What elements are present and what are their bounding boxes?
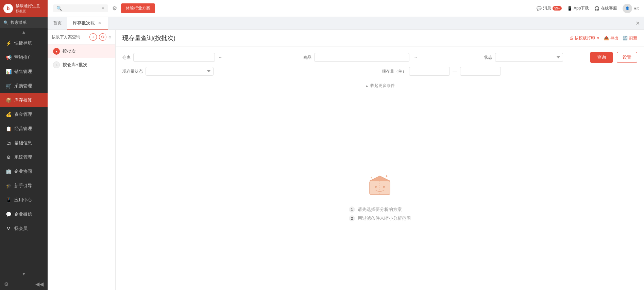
page-content: 按以下方案查询 ＋ ⚙ « ● 按批次 ○ 按仓库+批次 现存量查询(按批次) [48,30,644,290]
settings-btn[interactable]: 设置 [617,52,637,63]
topbar-search-area[interactable]: 🔍 ▼ [53,4,108,12]
warehouse-filter: 仓库 ··· [122,53,299,62]
topbar: 🔍 ▼ ⚙ 体验行业方案 💬 消息 99+ 📱 App下载 🎧 在线客服 👤 R… [48,0,644,17]
svg-text:✦: ✦ [370,176,373,179]
status-select[interactable] [495,53,563,62]
svg-point-3 [383,186,385,188]
sidebar-header: b 畅康通好生意 标准版 [0,0,48,17]
phone-icon: 📱 [567,6,572,11]
sidebar-item-label: 经营管理 [14,126,32,132]
app-version: 标准版 [16,9,40,14]
wechat-icon: 💬 [5,212,12,217]
goods-more-btn[interactable]: ··· [412,55,418,60]
topbar-actions: 💬 消息 99+ 📱 App下载 🎧 在线客服 👤 Rit [537,4,639,13]
messages-action[interactable]: 💬 消息 99+ [537,5,562,11]
system-icon: ⚙ [5,155,12,160]
stock-qty-min-input[interactable] [409,67,450,76]
warehouse-label: 仓库 [122,55,131,60]
plan-batch-label: 按批次 [63,48,76,54]
tab-bar: 首页 库存批次账 ✕ ✕ [48,17,644,30]
sidebar-item-label: 快捷导航 [14,40,32,46]
svg-text:✦: ✦ [385,174,388,179]
page-header: 现存量查询(按批次) 🖨 按模板打印 ▼ 📤 导出 🔄 刷新 [116,30,644,47]
sidebar-item-sales[interactable]: 📊 销售管理 [0,65,48,79]
plan-item-batch[interactable]: ● 按批次 [48,44,115,58]
print-dropdown-icon[interactable]: ▼ [596,36,600,40]
online-service-action[interactable]: 🎧 在线客服 [594,5,617,11]
left-panel-actions: ＋ ⚙ « [89,33,111,41]
goods-input[interactable] [314,53,409,62]
query-btn[interactable]: 查询 [590,52,613,63]
sidebar-item-operation[interactable]: 📋 经营管理 [0,122,48,136]
filter-row-1: 仓库 ··· 商品 ··· 状态 查询 [122,52,637,63]
stock-status-label: 现存量状态 [122,69,143,74]
sidebar-item-basic[interactable]: 🗂 基础信息 [0,136,48,150]
right-area: 现存量查询(按批次) 🖨 按模板打印 ▼ 📤 导出 🔄 刷新 [116,30,644,290]
page-title: 现存量查询(按批次) [122,34,175,42]
refresh-label: 刷新 [629,35,637,41]
shortcut-icon: ⚡ [5,40,12,46]
settings-icon[interactable]: ⚙ [4,281,9,287]
settings-plan-btn[interactable]: ⚙ [99,33,106,41]
app-download-label: App下载 [574,5,589,11]
goods-filter: 商品 ··· [303,53,480,62]
marketing-icon: 📢 [5,55,12,60]
left-panel-title: 按以下方案查询 [52,34,80,40]
app-download-action[interactable]: 📱 App下载 [567,5,589,11]
export-btn[interactable]: 📤 导出 [604,35,618,41]
filter-area: 仓库 ··· 商品 ··· 状态 查询 [116,47,644,97]
scroll-down-btn[interactable]: ▼ [0,270,48,278]
sidebar-item-system[interactable]: ⚙ 系统管理 [0,150,48,164]
sidebar-item-label: 应用中心 [14,197,32,203]
stock-qty-max-input[interactable] [460,67,501,76]
hint-text-1: 请先选择要分析的方案 [358,206,402,213]
operation-icon: 📋 [5,126,12,131]
sidebar-item-newbie[interactable]: 🎓 新手引导 [0,179,48,193]
sidebar-item-marketing[interactable]: 📢 营销推广 [0,50,48,65]
collapse-filters-btn[interactable]: ▲ 收起更多条件 [122,80,637,91]
tab-home[interactable]: 首页 [48,17,67,30]
stock-qty-filter: 现存量（主） — [382,67,637,76]
settings-gear-icon[interactable]: ⚙ [112,5,117,12]
tab-bar-close-btn[interactable]: ✕ [631,19,644,28]
sidebar-item-label: 畅会员 [14,225,28,232]
online-service-label: 在线客服 [601,5,617,11]
plan-warehouse-batch-label: 按仓库+批次 [63,62,87,68]
sidebar-item-purchase[interactable]: 🛒 采购管理 [0,79,48,93]
tab-close-icon[interactable]: ✕ [97,20,102,26]
tab-inventory-batch[interactable]: 库存批次账 ✕ [67,17,108,30]
empty-svg-illustration: ✦ ✦ [363,166,397,200]
plan-item-warehouse-batch[interactable]: ○ 按仓库+批次 [48,58,115,72]
warehouse-more-btn[interactable]: ··· [218,55,224,60]
search-label: 搜索菜单 [11,20,27,25]
plan-inactive-icon: ○ [53,61,60,68]
hint-number-1: 1 [349,206,355,213]
collapse-left-panel-btn[interactable]: « [108,34,111,40]
print-btn[interactable]: 🖨 按模板打印 ▼ [569,35,600,41]
dropdown-icon[interactable]: ▼ [101,6,105,10]
sidebar-item-inventory[interactable]: 📦 库存核算 [0,93,48,107]
stock-status-select[interactable] [146,67,214,76]
plan-active-icon: ● [53,48,60,55]
sidebar-item-shortcut[interactable]: ⚡ 快捷导航 [0,36,48,50]
sidebar-item-label: 销售管理 [14,69,32,75]
experience-btn[interactable]: 体验行业方案 [121,3,155,13]
add-plan-btn[interactable]: ＋ [89,33,97,41]
sidebar-item-label: 系统管理 [14,154,32,160]
user-profile[interactable]: 👤 Rit [623,4,639,13]
sidebar-search[interactable]: 🔍 搜索菜单 [0,17,48,28]
purchase-icon: 🛒 [5,83,12,89]
messages-label: 消息 [543,5,551,11]
sidebar-item-finance[interactable]: 💰 资金管理 [0,107,48,122]
sidebar-item-appstore[interactable]: 📱 应用中心 [0,193,48,207]
scroll-up-btn[interactable]: ▲ [0,28,48,36]
search-icon: 🔍 [56,6,62,11]
refresh-btn[interactable]: 🔄 刷新 [623,35,637,41]
collapse-sidebar-icon[interactable]: ◀◀ [35,281,44,287]
app-logo: b [3,4,13,13]
sidebar-item-member[interactable]: V 畅会员 [0,221,48,236]
topbar-search-input[interactable] [65,6,99,11]
warehouse-input[interactable] [133,53,215,62]
sidebar-item-wechat[interactable]: 💬 企业微信 [0,207,48,221]
sidebar-item-enterprise[interactable]: 🏢 企业协同 [0,164,48,179]
